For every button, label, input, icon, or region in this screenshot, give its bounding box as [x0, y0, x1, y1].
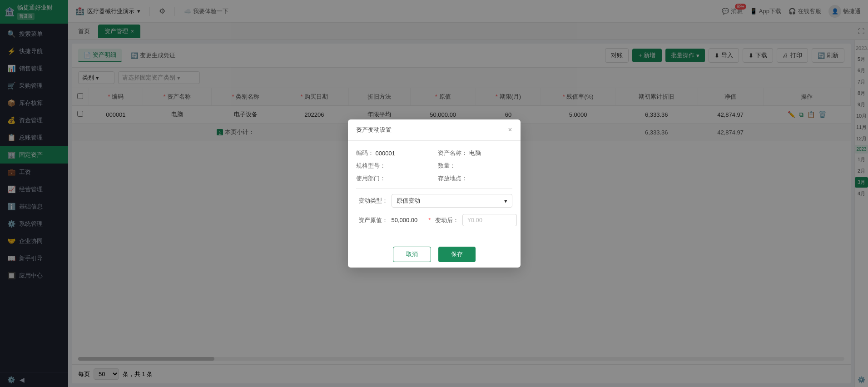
modal-name-item: 资产名称： 电脑: [438, 149, 512, 157]
modal-name-value: 电脑: [469, 149, 481, 157]
modal-close-button[interactable]: ×: [508, 126, 512, 134]
modal-spec-item: 规格型号：: [356, 162, 431, 170]
modal-name-label: 资产名称：: [438, 149, 467, 157]
modal-storage-label: 存放地点：: [438, 174, 467, 183]
modal-spec-label: 规格型号：: [356, 162, 386, 170]
modal-body: 编码： 000001 资产名称： 电脑 规格型号： 数量：: [348, 141, 521, 241]
cancel-button[interactable]: 取消: [393, 247, 431, 262]
required-star: *: [428, 217, 431, 223]
modal-asset-value: 50,000.00: [392, 217, 418, 223]
modal-asset-value-label: 资产原值：: [356, 216, 388, 224]
modal-department-label: 使用部门：: [356, 174, 386, 183]
modal-quantity-label: 数量：: [438, 162, 456, 170]
after-change-input[interactable]: [462, 214, 517, 226]
modal-code-item: 编码： 000001: [356, 149, 431, 157]
change-type-dropdown-icon: ▾: [504, 198, 507, 204]
modal-divider: [356, 188, 512, 189]
save-button[interactable]: 保存: [438, 247, 476, 262]
modal-title: 资产变动设置: [356, 126, 392, 134]
modal-footer: 取消 保存: [348, 241, 521, 268]
asset-change-modal: 资产变动设置 × 编码： 000001 资产名称： 电脑 规格型号：: [348, 119, 521, 268]
modal-info-row-1: 编码： 000001 资产名称： 电脑: [356, 149, 512, 157]
modal-overlay: 资产变动设置 × 编码： 000001 资产名称： 电脑 规格型号：: [0, 0, 868, 387]
modal-asset-value-row: 资产原值： 50,000.00 * 变动后：: [356, 214, 512, 226]
change-type-value: 原值变动: [397, 197, 420, 205]
modal-department-item: 使用部门：: [356, 174, 431, 183]
modal-info-row-3: 使用部门： 存放地点：: [356, 174, 512, 183]
modal-code-value: 000001: [376, 150, 395, 157]
modal-header: 资产变动设置 ×: [348, 119, 521, 141]
modal-quantity-item: 数量：: [438, 162, 512, 170]
modal-code-label: 编码：: [356, 149, 374, 157]
modal-change-type-label: 变动类型：: [356, 197, 388, 205]
modal-after-change-label: 变动后：: [435, 216, 459, 224]
modal-storage-item: 存放地点：: [438, 174, 512, 183]
modal-info-row-2: 规格型号： 数量：: [356, 162, 512, 170]
modal-change-type-row: 变动类型： 原值变动 ▾: [356, 194, 512, 208]
change-type-select[interactable]: 原值变动 ▾: [392, 194, 512, 208]
